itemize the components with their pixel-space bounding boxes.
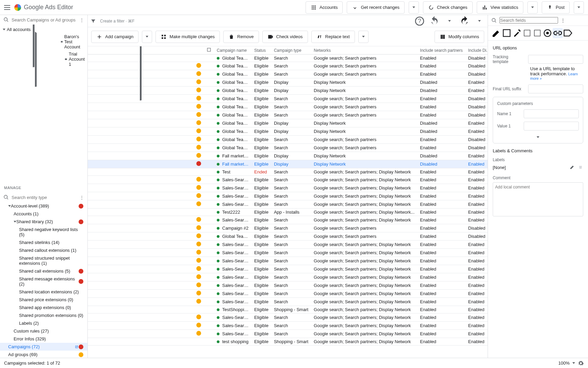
table-row[interactable]: Global Team Marketi...EligibleDisplayDis… <box>88 119 488 127</box>
check-videos-button[interactable]: Check videos <box>262 31 308 43</box>
sidebar-item[interactable]: Shared call extensions (5) <box>0 267 87 275</box>
help-icon[interactable]: ? <box>414 16 425 27</box>
entity-search-input[interactable] <box>12 195 77 200</box>
campaign-search-input[interactable] <box>12 17 77 22</box>
table-row[interactable]: Global Team Marketi...EligibleSearchGoog… <box>88 232 488 241</box>
table-row[interactable]: Sales-Search-39EligibleSearchGoogle sear… <box>88 330 488 338</box>
table-row[interactable]: Sales-Search-34EligibleSearchGoogle sear… <box>88 273 488 281</box>
table-row[interactable]: Global Team Marketi...EligibleDisplayDis… <box>88 78 488 87</box>
name1-input[interactable] <box>524 109 579 118</box>
sidebar-item[interactable]: Ad groups (69) <box>0 351 87 358</box>
clear-labels-icon[interactable] <box>578 164 583 171</box>
table-row[interactable]: Global Team Marketi...EligibleSearchGoog… <box>88 95 488 103</box>
table-row[interactable]: Global Team Marketi...EligibleSearchGoog… <box>88 62 488 70</box>
sidebar-item[interactable]: Shared negative keyword lists (5) <box>0 226 87 239</box>
sidebar-item[interactable]: Shared location extensions (2) <box>0 288 87 296</box>
column-header[interactable] <box>194 46 204 55</box>
column-header[interactable] <box>204 46 214 55</box>
table-row[interactable]: Sales-Search-35EligibleSearchGoogle sear… <box>88 281 488 290</box>
make-multiple-changes-button[interactable]: Make multiple changes <box>156 31 220 43</box>
table-row[interactable]: Sales-Search-33EligibleSearchGoogle sear… <box>88 265 488 273</box>
sidebar-item[interactable]: Labels (2) <box>0 319 87 327</box>
table-row[interactable]: Sales-Search-2665EligibleSearchGoogle se… <box>88 184 488 192</box>
value1-input[interactable] <box>524 122 579 131</box>
wand-tab-icon[interactable] <box>512 28 522 38</box>
tab-icon-5[interactable] <box>532 28 542 38</box>
tree-account-1[interactable]: Baron's Test Account <box>0 33 87 50</box>
replace-text-button[interactable]: Replace text <box>311 31 355 43</box>
tree-all-accounts[interactable]: All accounts <box>0 26 87 33</box>
get-recent-changes-button[interactable]: Get recent changes <box>347 1 404 14</box>
table-row[interactable]: Global Team Marketi...EligibleSearchGoog… <box>88 111 488 119</box>
comment-textarea[interactable] <box>493 182 583 216</box>
table-row[interactable]: Global Team Marketi...EligibleSearchGoog… <box>88 144 488 152</box>
sidebar-item[interactable]: Shared app extensions (0) <box>0 304 87 311</box>
target-tab-icon[interactable] <box>542 28 553 38</box>
table-row[interactable]: Fall marketing campai...EligibleDisplayD… <box>88 152 488 160</box>
filter-placeholder[interactable]: Create a filter · ⌘F <box>100 19 134 24</box>
add-campaign-dropdown[interactable] <box>142 31 152 43</box>
column-header[interactable]: Status <box>251 46 271 55</box>
zoom-dropdown-icon[interactable] <box>572 362 575 364</box>
edit-labels-icon[interactable] <box>570 164 575 171</box>
table-row[interactable]: test shoppingEligibleShopping - SmartGoo… <box>88 338 488 346</box>
sidebar-item[interactable]: Shared message extensions (2) <box>0 275 87 288</box>
column-header[interactable]: Campaign name <box>214 46 251 55</box>
settings-icon[interactable] <box>578 360 584 366</box>
remove-button[interactable]: Remove <box>223 31 259 43</box>
column-header[interactable]: Networks <box>311 46 417 55</box>
sidebar-item[interactable]: Shared sitelinks (14) <box>0 239 87 246</box>
undo-dropdown[interactable] <box>444 16 455 27</box>
fields-search-input[interactable] <box>500 17 558 24</box>
table-row[interactable]: Global Team Marketi...EligibleDisplayDis… <box>88 87 488 95</box>
accounts-button[interactable]: Accounts <box>306 1 343 14</box>
view-statistics-dropdown[interactable] <box>527 1 538 14</box>
table-row[interactable]: Sales-Search-36EligibleSearchGoogle sear… <box>88 290 488 298</box>
table-row[interactable]: Sales-Search-38EligibleSearchGoogle sear… <box>88 313 488 322</box>
table-row[interactable]: Sales-Search-37EligibleSearchGoogle sear… <box>88 298 488 306</box>
post-button[interactable]: Post <box>542 1 570 14</box>
sidebar-item[interactable]: Custom rules (27) <box>0 327 87 335</box>
menu-icon[interactable] <box>4 5 10 10</box>
campaigns-table-wrap[interactable]: Campaign nameStatusCampaign typeNetworks… <box>88 46 488 358</box>
final-url-input[interactable] <box>528 85 583 93</box>
sidebar-item[interactable]: Error Infos (329) <box>0 335 87 343</box>
entity-search-more-icon[interactable]: ⋮ <box>80 195 84 200</box>
fields-more-icon[interactable]: ⋮ <box>561 18 565 23</box>
table-row[interactable]: TestEndedSearchGoogle search; Search par… <box>88 168 488 176</box>
sidebar-item[interactable]: Account-level (389) <box>0 202 87 210</box>
sidebar-item[interactable]: Shared promotion extensions (0) <box>0 311 87 319</box>
table-row[interactable]: Sales-Search-25EligibleSearchGoogle sear… <box>88 176 488 184</box>
label-tab-icon[interactable] <box>563 28 573 38</box>
view-statistics-button[interactable]: View statistics <box>477 1 523 14</box>
filter-icon[interactable] <box>91 18 96 24</box>
sidebar-item[interactable]: Shared price extensions (0) <box>0 296 87 304</box>
tracking-template-input[interactable] <box>528 55 583 64</box>
replace-text-dropdown[interactable] <box>358 31 369 43</box>
table-row[interactable]: Sales-Search-28EligibleSearchGoogle sear… <box>88 200 488 209</box>
post-dropdown[interactable] <box>574 1 584 14</box>
table-row[interactable]: TestShoppingEligibleShopping - SmartGoog… <box>88 306 488 313</box>
table-row[interactable]: Sales-Search-312EligibleSearchGoogle sea… <box>88 241 488 249</box>
edit-tab-icon[interactable] <box>491 28 502 38</box>
expand-all-icon[interactable] <box>140 46 142 101</box>
modify-columns-button[interactable]: Modify columns <box>435 31 484 43</box>
tree-account-2[interactable]: Trial Account 1 <box>0 50 87 68</box>
undo-icon[interactable] <box>429 16 440 27</box>
column-header[interactable]: Include Di... <box>466 46 488 55</box>
sidebar-item[interactable]: Shared structured snippet extensions (1) <box>0 254 87 267</box>
sidebar-item[interactable]: Campaigns (72) <box>0 343 87 351</box>
table-row[interactable]: Global Team Marketi...EligibleSearchGoog… <box>88 55 488 62</box>
table-row[interactable]: Global Team Marketi...EligibleSearchGoog… <box>88 70 488 78</box>
column-header[interactable]: Campaign type <box>271 46 311 55</box>
table-row[interactable]: Sales-Search-31EligibleSearchGoogle sear… <box>88 249 488 257</box>
table-row[interactable]: Fall marketing campai...EligibleDisplayD… <box>88 160 488 168</box>
table-row[interactable]: Global Team Marketi...EligibleSearchGoog… <box>88 136 488 144</box>
link-tab-icon[interactable] <box>553 28 563 38</box>
column-header[interactable]: Include search partners <box>417 46 465 55</box>
checkbox-icon[interactable] <box>207 47 211 52</box>
campaign-search-more-icon[interactable]: ⋮ <box>80 17 84 22</box>
expand-params-icon[interactable] <box>537 136 539 138</box>
zoom-value[interactable]: 100% <box>558 361 570 366</box>
sidebar-item[interactable]: Accounts (1) <box>0 210 87 218</box>
